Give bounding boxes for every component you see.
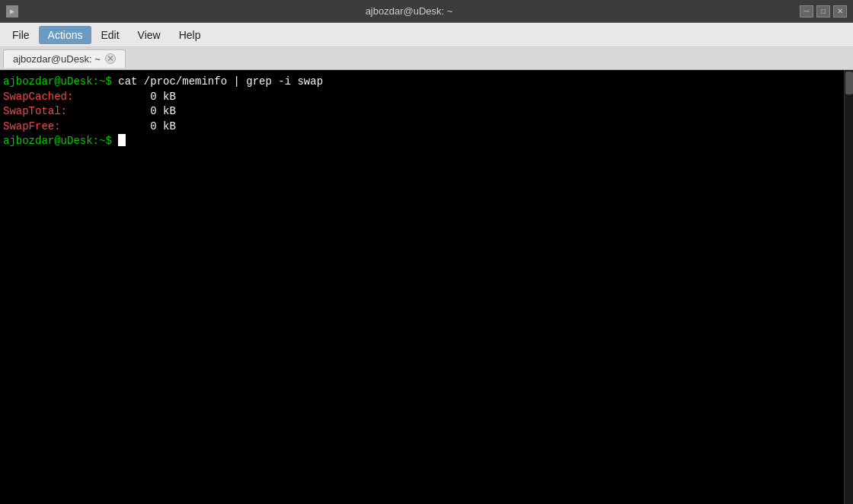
terminal[interactable]: ajbozdar@uDesk:~$ cat /proc/meminfo | gr… (0, 70, 853, 504)
titlebar-left: ▶ (6, 5, 18, 18)
swap-free-label: SwapFree: (3, 120, 61, 135)
terminal-wrapper: ajbozdar@uDesk:~$ cat /proc/meminfo | gr… (0, 70, 853, 504)
menu-help[interactable]: Help (170, 26, 210, 44)
close-button[interactable]: ✕ (833, 5, 847, 18)
titlebar: ▶ ajbozdar@uDesk: ~ ─ □ ✕ (0, 0, 853, 23)
command-text: cat /proc/meminfo | grep -i swap (112, 75, 323, 90)
minimize-button[interactable]: ─ (800, 5, 813, 18)
new-prompt-space (112, 134, 118, 149)
terminal-tab[interactable]: ajbozdar@uDesk: ~ ✕ (3, 49, 126, 68)
new-prompt: ajbozdar@uDesk:~$ (3, 134, 112, 149)
menu-file[interactable]: File (3, 26, 39, 44)
swap-cached-value: 0 kB (73, 90, 175, 105)
titlebar-title: ajbozdar@uDesk: ~ (18, 5, 800, 17)
menu-actions[interactable]: Actions (39, 26, 92, 44)
new-prompt-line: ajbozdar@uDesk:~$ (3, 134, 850, 149)
command-line: ajbozdar@uDesk:~$ cat /proc/meminfo | gr… (3, 75, 850, 90)
menubar: File Actions Edit View Help (0, 23, 853, 47)
titlebar-controls: ─ □ ✕ (800, 5, 847, 18)
swap-cached-label: SwapCached: (3, 90, 73, 105)
swap-free-value: 0 kB (61, 120, 176, 135)
menu-edit[interactable]: Edit (91, 26, 128, 44)
swap-total-value: 0 kB (67, 104, 176, 120)
tabbar: ajbozdar@uDesk: ~ ✕ (0, 47, 853, 70)
swap-cached-line: SwapCached: 0 kB (3, 90, 850, 105)
swap-total-line: SwapTotal: 0 kB (3, 104, 850, 120)
tab-label: ajbozdar@uDesk: ~ (13, 53, 101, 65)
swap-total-label: SwapTotal: (3, 104, 67, 120)
menu-view[interactable]: View (129, 26, 170, 44)
tab-close-button[interactable]: ✕ (105, 53, 116, 64)
prompt-user: ajbozdar@uDesk:~$ (3, 75, 112, 90)
cursor (118, 134, 126, 146)
scrollbar-thumb[interactable] (845, 72, 853, 94)
restore-button[interactable]: □ (816, 5, 830, 18)
terminal-icon: ▶ (6, 5, 18, 18)
swap-free-line: SwapFree: 0 kB (3, 120, 850, 135)
scrollbar[interactable] (844, 70, 853, 504)
